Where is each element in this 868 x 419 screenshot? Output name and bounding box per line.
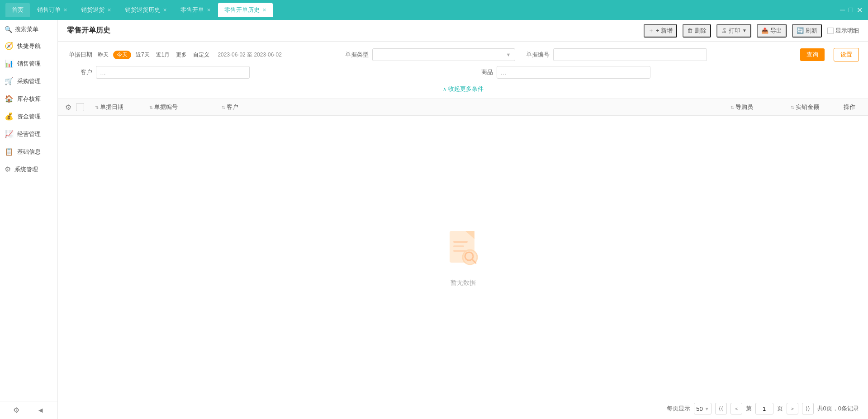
sidebar-item-quick-nav[interactable]: 🧭 快捷导航 <box>0 37 57 55</box>
search-icon: 🔍 <box>5 26 12 33</box>
filter-customer-input[interactable]: … <box>96 66 250 79</box>
delete-label: 删除 <box>695 27 707 35</box>
pagination: 每页显示 50 ▼ ⟨⟨ ＜ 第 页 ＞ ⟩⟩ 共0页，0条记录 <box>58 398 868 419</box>
window-min-btn[interactable]: ─ <box>840 6 845 14</box>
filter-type-dropdown-icon: ▼ <box>506 52 511 57</box>
collapse-chevron-icon: ∧ <box>443 86 446 92</box>
sidebar-item-operation[interactable]: 📈 经营管理 <box>0 125 57 143</box>
sidebar-item-sales-mgmt[interactable]: 📊 销售管理 <box>0 55 57 72</box>
page-last-btn[interactable]: ⟩⟩ <box>802 403 814 414</box>
filter-number-input[interactable] <box>553 48 707 61</box>
system-label: 系统管理 <box>14 165 38 174</box>
date-custom[interactable]: 自定义 <box>191 51 211 59</box>
export-icon: 📤 <box>761 27 768 34</box>
tab-sales-return-history[interactable]: 销货退货历史 ✕ <box>119 3 173 17</box>
refresh-button[interactable]: 🔄 刷新 <box>792 24 822 38</box>
system-icon: ⚙ <box>5 165 11 174</box>
tab-sales-return[interactable]: 销货退货 ✕ <box>75 3 118 17</box>
date-7days[interactable]: 近7天 <box>134 51 152 59</box>
print-button[interactable]: 🖨 打印 ▼ <box>716 24 751 38</box>
filter-goods-input[interactable]: … <box>497 66 650 79</box>
filter-goods-label: 商品 <box>468 68 493 76</box>
sidebar-search-label: 搜索菜单 <box>15 25 38 33</box>
table-area: ⚙ ⇅ 单据日期 ⇅ 单据编号 ⇅ 客户 ⇅ <box>58 99 868 398</box>
tab-retail-history[interactable]: 零售开单历史 ✕ <box>218 3 273 17</box>
page-prev-btn[interactable]: ＜ <box>730 403 742 414</box>
date-yesterday[interactable]: 昨天 <box>96 51 110 59</box>
window-close-btn[interactable]: ✕ <box>857 6 863 14</box>
table-settings-icon[interactable]: ⚙ <box>65 103 71 112</box>
filter-row-1: 单据日期 昨天 今天 近7天 近1月 更多 自定义 2023-06-02 至 2… <box>67 48 859 61</box>
app-container: 首页 销售订单 ✕ 销货退货 ✕ 销货退货历史 ✕ 零售开单 ✕ 零售开单历史 … <box>0 0 868 419</box>
query-button[interactable]: 查询 <box>800 48 825 61</box>
sidebar-item-system[interactable]: ⚙ 系统管理 <box>0 160 57 178</box>
select-all-checkbox[interactable] <box>76 103 84 111</box>
collapse-more-btn[interactable]: ∧ 收起更多条件 <box>67 83 859 95</box>
add-label: + 新增 <box>656 27 673 35</box>
tab-sales-return-history-label: 销货退货历史 <box>125 6 160 14</box>
page-size-select[interactable]: 50 ▼ <box>694 403 711 414</box>
sidebar-item-purchase-mgmt[interactable]: 🛒 采购管理 <box>0 72 57 90</box>
filter-number-label: 单据编号 <box>524 51 550 59</box>
delete-button[interactable]: 🗑 删除 <box>683 24 711 38</box>
tab-sales-return-history-close[interactable]: ✕ <box>163 7 167 13</box>
sidebar-item-basic-info[interactable]: 📋 基础信息 <box>0 143 57 160</box>
display-col-btn[interactable]: 显示明细 <box>827 27 859 35</box>
filter-area: 单据日期 昨天 今天 近7天 近1月 更多 自定义 2023-06-02 至 2… <box>58 42 868 99</box>
tab-home-label: 首页 <box>12 6 24 14</box>
date-range-display: 2023-06-02 至 2023-06-02 <box>218 51 281 59</box>
tab-list: 首页 销售订单 ✕ 销货退货 ✕ 销货退货历史 ✕ 零售开单 ✕ 零售开单历史 … <box>5 3 840 17</box>
add-button[interactable]: ＋ + 新增 <box>644 24 677 38</box>
col-customer-sort-icon[interactable]: ⇅ <box>222 105 225 110</box>
page-size-dropdown-icon: ▼ <box>705 406 709 411</box>
page-label: 页 <box>777 405 783 413</box>
quick-nav-icon: 🧭 <box>5 42 14 50</box>
tab-sales-order-close[interactable]: ✕ <box>63 7 67 13</box>
header-actions: ＋ + 新增 🗑 删除 🖨 打印 ▼ 📤 导出 <box>644 24 859 38</box>
tab-retail-open-close[interactable]: ✕ <box>207 7 211 13</box>
settings-button[interactable]: 设置 <box>834 48 859 61</box>
add-icon: ＋ <box>648 27 654 35</box>
col-number-sort-icon[interactable]: ⇅ <box>149 105 153 110</box>
col-date-sort-icon[interactable]: ⇅ <box>95 105 99 110</box>
tab-retail-open[interactable]: 零售开单 ✕ <box>174 3 217 17</box>
export-button[interactable]: 📤 导出 <box>757 24 787 38</box>
filter-goods-field: 商品 … <box>468 66 859 79</box>
page-next-btn[interactable]: ＞ <box>787 403 798 414</box>
sales-mgmt-icon: 📊 <box>5 59 14 68</box>
col-guide-sort-icon[interactable]: ⇅ <box>730 105 734 110</box>
sidebar-item-inventory[interactable]: 🏠 库存核算 <box>0 90 57 108</box>
display-col-label: 显示明细 <box>835 27 859 35</box>
purchase-mgmt-label: 采购管理 <box>17 77 41 85</box>
display-col-checkbox[interactable] <box>827 28 834 34</box>
tab-sales-return-label: 销货退货 <box>81 6 104 14</box>
page-first-btn[interactable]: ⟨⟨ <box>715 403 727 414</box>
sidebar-item-finance[interactable]: 💰 资金管理 <box>0 108 57 125</box>
tab-sales-order[interactable]: 销售订单 ✕ <box>31 3 74 17</box>
page-size-label: 每页显示 <box>667 405 690 413</box>
tab-home[interactable]: 首页 <box>5 3 30 17</box>
table-header: ⚙ ⇅ 单据日期 ⇅ 单据编号 ⇅ 客户 ⇅ <box>58 99 868 116</box>
col-date-label: 单据日期 <box>100 103 123 111</box>
filter-customer-field: 客户 … <box>67 66 459 79</box>
tab-sales-return-close[interactable]: ✕ <box>107 7 111 13</box>
page-number-input[interactable] <box>755 403 773 414</box>
export-label: 导出 <box>770 27 782 35</box>
sidebar-collapse-btn[interactable]: ◄ <box>37 406 44 414</box>
window-max-btn[interactable]: □ <box>849 6 853 14</box>
col-customer-label: 客户 <box>227 103 238 111</box>
refresh-label: 刷新 <box>806 27 817 35</box>
date-today[interactable]: 今天 <box>113 51 131 59</box>
col-header-action: 操作 <box>825 99 861 115</box>
filter-type-select[interactable]: ▼ <box>372 48 515 61</box>
tab-retail-history-close[interactable]: ✕ <box>262 7 266 13</box>
page-label-pre: 第 <box>746 405 752 413</box>
col-amount-sort-icon[interactable]: ⇅ <box>791 105 794 110</box>
inventory-icon: 🏠 <box>5 94 14 103</box>
top-bar: 首页 销售订单 ✕ 销货退货 ✕ 销货退货历史 ✕ 零售开单 ✕ 零售开单历史 … <box>0 0 868 20</box>
date-more[interactable]: 更多 <box>174 51 189 59</box>
print-label: 打印 <box>729 27 740 35</box>
date-1month[interactable]: 近1月 <box>154 51 172 59</box>
sidebar-search[interactable]: 🔍 搜索菜单 <box>0 20 57 37</box>
sidebar-settings-btn[interactable]: ⚙ <box>13 406 19 414</box>
